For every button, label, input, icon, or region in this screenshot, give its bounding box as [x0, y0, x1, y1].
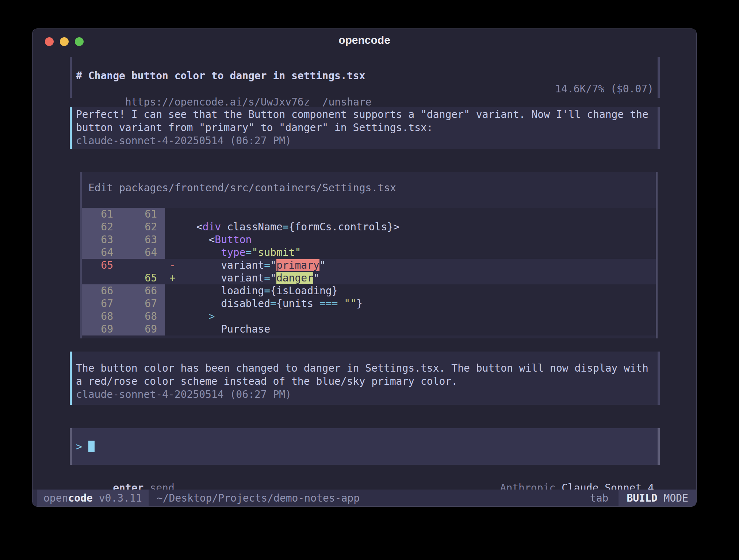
- diff-gutter: 65: [82, 259, 165, 272]
- message-line: The button color has been changed to dan…: [76, 362, 654, 375]
- diff-view: 61616262 <div className={formCs.controls…: [82, 208, 656, 335]
- diff-marker: [165, 284, 184, 297]
- diff-marker: [165, 310, 184, 323]
- new-line-number: 66: [123, 284, 165, 297]
- old-line-number: 64: [82, 246, 123, 259]
- prompt-symbol: >: [76, 441, 82, 453]
- diff-marker: [165, 233, 184, 246]
- old-line-number: 69: [82, 323, 123, 335]
- diff-marker: -: [165, 259, 184, 272]
- session-header: # Change button color to danger in setti…: [70, 57, 660, 98]
- diff-marker: [165, 297, 184, 310]
- assistant-message: Perfect! I can see that the Button compo…: [70, 107, 660, 149]
- tab-key-hint[interactable]: tab: [590, 490, 609, 506]
- new-line-number: 67: [123, 297, 165, 310]
- assistant-message-lines: Perfect! I can see that the Button compo…: [76, 108, 654, 134]
- diff-marker: [165, 246, 184, 259]
- diff-code-line: <Button: [184, 233, 656, 246]
- diff-code-line: disabled={units === ""}: [184, 297, 656, 310]
- assistant-message: The button color has been changed to dan…: [70, 352, 660, 405]
- new-line-number: 65: [123, 272, 165, 284]
- new-line-number: 61: [123, 208, 165, 220]
- new-line-number: 68: [123, 310, 165, 323]
- diff-row: 65- variant="primary": [82, 259, 656, 272]
- window-title: opencode: [32, 34, 696, 46]
- new-line-number: 63: [123, 233, 165, 246]
- hint-row: enter send Anthropic Claude Sonnet 4: [76, 468, 654, 482]
- old-line-number: 63: [82, 233, 123, 246]
- diff-marker: [165, 323, 184, 335]
- old-line-number: 68: [82, 310, 123, 323]
- diff-code-line: <div className={formCs.controls}>: [184, 220, 656, 233]
- diff-row: 6666 loading={isLoading}: [82, 284, 656, 297]
- assistant-message-lines: The button color has been changed to dan…: [76, 362, 654, 388]
- new-line-number: 64: [123, 246, 165, 259]
- diff-row: 6464 type="submit": [82, 246, 656, 259]
- diff-marker: [165, 208, 184, 220]
- diff-row: 6363 <Button: [82, 233, 656, 246]
- diff-code-line: variant="danger": [184, 272, 656, 284]
- diff-code-line: variant="primary": [184, 259, 656, 272]
- mode-build-word: BUILD: [627, 492, 657, 504]
- diff-gutter: 6868: [82, 310, 165, 323]
- opencode-terminal-window: opencode # Change button color to danger…: [32, 28, 697, 507]
- diff-marker: +: [165, 272, 184, 284]
- mode-mode-word: MODE: [664, 492, 688, 504]
- working-directory: ~/Desktop/Projects/demo-notes-app: [157, 490, 360, 506]
- diff-gutter: 6161: [82, 208, 165, 220]
- diff-code-line: >: [184, 310, 656, 323]
- app-name-open: open: [43, 492, 68, 504]
- diff-row: 6767 disabled={units === ""}: [82, 297, 656, 310]
- unshare-command[interactable]: /unshare: [322, 96, 372, 108]
- mode-indicator[interactable]: BUILD MODE: [619, 490, 696, 506]
- app-version-chip: opencode v0.3.11: [37, 490, 149, 506]
- diff-gutter: 6767: [82, 297, 165, 310]
- token-usage-stats: 14.6K/7% ($0.07): [555, 83, 654, 96]
- model-meta-line: claude-sonnet-4-20250514 (06:27 PM): [76, 388, 654, 401]
- app-name-code: code: [68, 492, 92, 504]
- diff-row: 6161: [82, 208, 656, 220]
- diff-row: 6969 Purchase: [82, 323, 656, 335]
- old-line-number: [82, 272, 123, 284]
- diff-gutter: 6969: [82, 323, 165, 335]
- new-line-number: 69: [123, 323, 165, 335]
- diff-gutter: 6666: [82, 284, 165, 297]
- diff-row: 65+ variant="danger": [82, 272, 656, 284]
- diff-code-line: loading={isLoading}: [184, 284, 656, 297]
- diff-row: 6262 <div className={formCs.controls}>: [82, 220, 656, 233]
- new-line-number: 62: [123, 220, 165, 233]
- title-bar: opencode: [32, 29, 696, 52]
- message-line: Perfect! I can see that the Button compo…: [76, 108, 654, 121]
- diff-gutter: 6262: [82, 220, 165, 233]
- status-bar: opencode v0.3.11 ~/Desktop/Projects/demo…: [32, 490, 696, 506]
- diff-gutter: 65: [82, 272, 165, 284]
- diff-gutter: 6363: [82, 233, 165, 246]
- app-version: v0.3.11: [99, 492, 142, 504]
- diff-code-line: [184, 208, 656, 220]
- edit-tool-block: Edit packages/frontend/src/containers/Se…: [80, 172, 658, 338]
- diff-gutter: 6464: [82, 246, 165, 259]
- message-line: a red/rose color scheme instead of the b…: [76, 375, 654, 388]
- diff-code-line: Purchase: [184, 323, 656, 335]
- old-line-number: 61: [82, 208, 123, 220]
- diff-marker: [165, 220, 184, 233]
- old-line-number: 67: [82, 297, 123, 310]
- model-meta-line: claude-sonnet-4-20250514 (06:27 PM): [76, 134, 654, 147]
- edit-tool-label: Edit packages/frontend/src/containers/Se…: [82, 181, 656, 195]
- old-line-number: 65: [82, 259, 123, 272]
- new-line-number: [123, 259, 165, 272]
- old-line-number: 66: [82, 284, 123, 297]
- old-line-number: 62: [82, 220, 123, 233]
- diff-row: 6868 >: [82, 310, 656, 323]
- share-url[interactable]: https://opencode.ai/s/UwJxv76z: [125, 96, 310, 108]
- text-cursor: [88, 441, 95, 452]
- message-line: button variant from "primary" to "danger…: [76, 121, 654, 134]
- prompt-input[interactable]: >: [70, 428, 660, 465]
- diff-code-line: type="submit": [184, 246, 656, 259]
- session-title: # Change button color to danger in setti…: [76, 69, 654, 83]
